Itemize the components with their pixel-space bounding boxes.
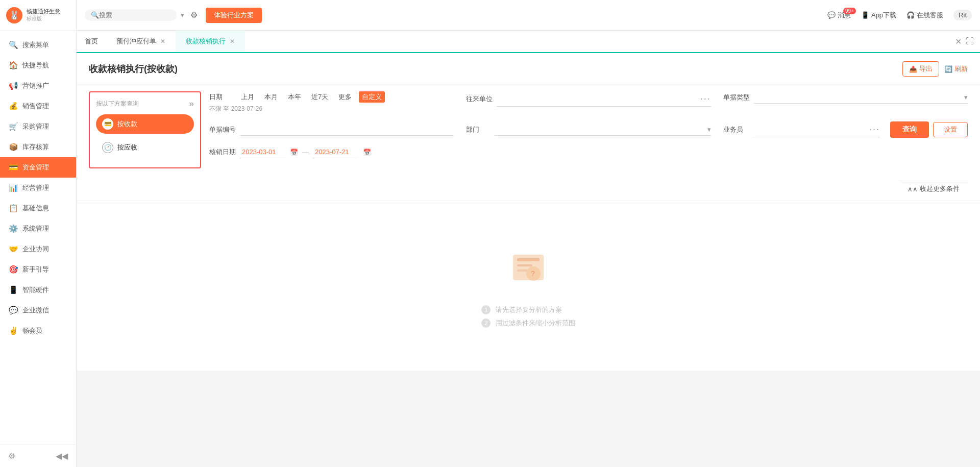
nav-label-base: 基础信息 [22,204,49,213]
sidebar-item-funds[interactable]: 💳 资金管理 [0,157,76,178]
date-label: 日期 [209,92,234,102]
sidebar-item-member[interactable]: ✌️ 畅会员 [0,321,76,341]
doc-no-input[interactable] [240,124,454,136]
date-tag-7days[interactable]: 近7天 [308,91,331,103]
refresh-button[interactable]: 🔄 刷新 [944,61,968,77]
app-icon: 📱 [861,11,869,19]
export-icon: 📤 [909,65,917,73]
filter-collapse-icon[interactable]: » [189,99,194,109]
nav-icon-hardware: 📱 [8,285,18,295]
message-badge: 99+ [843,8,856,14]
query-button[interactable]: 查询 [890,121,929,138]
sidebar-item-collab[interactable]: 🤝 企业协同 [0,239,76,259]
date-tag-custom[interactable]: 自定义 [359,91,385,103]
user-profile[interactable]: Rit [953,10,972,20]
sidebar-item-wechat[interactable]: 💬 企业微信 [0,300,76,321]
nav-icon-base: 📋 [8,203,18,213]
nav-icon-inventory: 📦 [8,142,18,152]
sidebar-item-biz[interactable]: 📊 经营管理 [0,178,76,198]
nav-icon-wechat: 💬 [8,305,18,315]
filter-panel: 按以下方案查询 » 💳 按收款 🕐 按应收 日期 [77,83,980,177]
writeoff-date-to[interactable] [313,146,359,158]
tab-prepay-close[interactable]: ✕ [160,38,165,45]
svg-text:?: ? [531,269,535,278]
doc-type-select[interactable]: ▾ [754,91,968,104]
online-service-button[interactable]: 🎧 在线客服 [906,11,943,20]
sidebar: 🐰 畅捷通好生意 标准版 🔍 搜索菜单 🏠 快捷导航 📢 营销推广 💰 销售管理… [0,0,77,467]
expand-icon[interactable]: ⛶ [966,37,974,46]
page-actions: 📤 导出 🔄 刷新 [902,61,968,77]
app-download-button[interactable]: 📱 App下载 [861,11,896,20]
tab-writeoff-close[interactable]: ✕ [230,38,235,45]
date-from-calendar-icon[interactable]: 📅 [290,149,298,156]
filter-option-by-receipt[interactable]: 💳 按收款 [96,114,194,134]
tab-prepay[interactable]: 预付冲应付单 ✕ [106,31,176,53]
nav-label-sales: 销售管理 [22,102,49,111]
message-icon: 💬 [827,11,836,19]
staff-input[interactable]: ··· [752,122,880,137]
collapse-more-row: ∧∧ 收起更多条件 [77,177,980,201]
counterparty-input[interactable]: ··· [497,91,710,107]
tab-writeoff[interactable]: 收款核销执行 ✕ [176,31,245,53]
opt-icon-by-receivable: 🕐 [102,142,113,153]
date-tag-more[interactable]: 更多 [335,91,355,103]
headset-icon: 🎧 [906,11,915,19]
nav-icon-search: 🔍 [8,40,18,50]
date-tag-this-year[interactable]: 本年 [285,91,304,103]
dept-field: 部门 ▾ [466,124,710,136]
chevron-down-icon[interactable]: ▾ [181,11,184,19]
sidebar-item-base[interactable]: 📋 基础信息 [0,198,76,218]
sidebar-item-purchase[interactable]: 🛒 采购管理 [0,116,76,137]
tabbar-actions: ✕ ⛶ [955,37,980,46]
dept-select[interactable]: ▾ [495,124,710,136]
sidebar-item-marketing[interactable]: 📢 营销推广 [0,76,76,96]
counterparty-label: 往来单位 [466,94,493,104]
settings-icon[interactable]: ⚙ [8,451,15,461]
search-icon: 🔍 [91,11,99,19]
counterparty-more-icon[interactable]: ··· [700,93,711,104]
refresh-icon: 🔄 [944,65,952,73]
tab-home[interactable]: 首页 [77,31,106,53]
tab-home-label: 首页 [85,37,98,46]
nav-label-purchase: 采购管理 [22,122,49,131]
search-bar[interactable]: 🔍 [85,9,177,21]
collapse-more-label: 收起更多条件 [920,184,960,193]
tab-bar: 首页 预付冲应付单 ✕ 收款核销执行 ✕ ✕ ⛶ [77,31,980,53]
export-button[interactable]: 📤 导出 [902,61,939,77]
nav-icon-collab: 🤝 [8,244,18,254]
date-tag-this-month[interactable]: 本月 [261,91,281,103]
page-title: 收款核销执行(按收款) [89,63,178,75]
collapse-more-button[interactable]: ∧∧ 收起更多条件 [899,181,968,196]
nav-icon-biz: 📊 [8,183,18,193]
writeoff-date-row: 核销日期 📅 — 📅 [209,146,968,158]
solution-button[interactable]: 体验行业方案 [206,8,262,23]
topbar-gear-icon[interactable]: ⚙ [190,10,198,20]
writeoff-date-from[interactable] [240,146,286,158]
sidebar-item-system[interactable]: ⚙️ 系统管理 [0,218,76,239]
sidebar-item-search[interactable]: 🔍 搜索菜单 [0,35,76,55]
staff-more-icon[interactable]: ··· [869,124,880,135]
doc-type-chevron-icon: ▾ [964,93,968,101]
date-to-calendar-icon[interactable]: 📅 [363,149,371,156]
filter-option-by-receivable[interactable]: 🕐 按应收 [96,138,194,157]
page-header: 收款核销执行(按收款) 📤 导出 🔄 刷新 [77,53,980,83]
collapse-chevron-icon: ∧∧ [908,185,918,193]
nav-label-search: 搜索菜单 [22,40,49,50]
date-tag-last-month[interactable]: 上月 [238,91,257,103]
filter-row-1: 日期 上月 本月 本年 近7天 更多 自定义 不限 至 2023-07-26 [209,91,968,113]
close-tab-icon[interactable]: ✕ [955,37,962,46]
sidebar-collapse-icon[interactable]: ◀◀ [56,451,68,461]
setting-button[interactable]: 设置 [933,122,968,137]
search-input[interactable] [99,11,170,19]
sidebar-item-quick-nav[interactable]: 🏠 快捷导航 [0,55,76,76]
app-label: App下载 [871,11,896,20]
sidebar-item-guide[interactable]: 🎯 新手引导 [0,259,76,280]
filter-fields: 日期 上月 本月 本年 近7天 更多 自定义 不限 至 2023-07-26 [209,91,968,168]
content-area: 收款核销执行(按收款) 📤 导出 🔄 刷新 按以下方案查询 » [77,53,980,467]
sidebar-item-sales[interactable]: 💰 销售管理 [0,96,76,116]
date-tags: 上月 本月 本年 近7天 更多 自定义 [238,91,385,103]
sidebar-item-hardware[interactable]: 📱 智能硬件 [0,280,76,300]
sidebar-item-inventory[interactable]: 📦 库存核算 [0,137,76,157]
nav-label-inventory: 库存核算 [22,142,49,152]
message-button[interactable]: 💬 消息 99+ [827,11,851,20]
